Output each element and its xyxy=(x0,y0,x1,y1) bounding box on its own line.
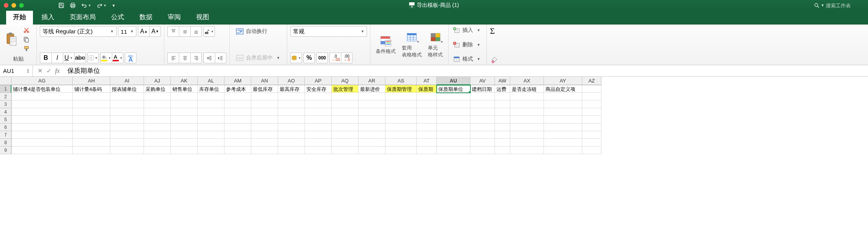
cell[interactable] xyxy=(171,100,198,108)
cell[interactable] xyxy=(305,108,332,116)
cell[interactable] xyxy=(198,100,224,108)
cell[interactable] xyxy=(385,100,417,108)
column-header[interactable]: AK xyxy=(171,77,198,85)
cell[interactable] xyxy=(417,116,437,123)
cell[interactable] xyxy=(437,108,470,116)
underline-button[interactable]: U▾ xyxy=(63,53,74,63)
cell[interactable] xyxy=(251,116,278,123)
cell[interactable] xyxy=(305,93,332,100)
cell[interactable] xyxy=(385,131,417,139)
cell[interactable] xyxy=(251,100,278,108)
tab-数据[interactable]: 数据 xyxy=(133,10,159,25)
cell[interactable] xyxy=(278,146,305,154)
cell[interactable]: 最新进价 xyxy=(359,85,385,93)
fx-icon[interactable]: fx xyxy=(55,67,60,74)
column-header[interactable]: AT xyxy=(417,77,437,85)
cell[interactable]: 销售单位 xyxy=(171,85,198,93)
cell[interactable] xyxy=(582,85,601,93)
column-header[interactable]: AX xyxy=(510,77,544,85)
print-icon[interactable] xyxy=(70,2,76,8)
decrease-font-button[interactable]: A▼ xyxy=(149,26,161,37)
orientation-button[interactable]: ab▾ xyxy=(203,26,215,37)
column-header[interactable]: AI xyxy=(110,77,144,85)
cell[interactable] xyxy=(11,131,73,139)
undo-icon[interactable]: ▼ xyxy=(81,3,91,8)
cell[interactable] xyxy=(11,108,73,116)
cell[interactable] xyxy=(171,123,198,131)
row-header[interactable]: 9 xyxy=(0,146,11,154)
cell[interactable]: 保质期管理 xyxy=(385,85,417,93)
cell[interactable] xyxy=(544,123,582,131)
cell[interactable]: 安全库存 xyxy=(305,85,332,93)
autosum-button[interactable]: Σ xyxy=(490,26,495,36)
row-header[interactable]: 7 xyxy=(0,131,11,139)
cell[interactable] xyxy=(385,116,417,123)
sheet-search[interactable]: ▼ xyxy=(814,3,864,8)
cell[interactable] xyxy=(73,116,110,123)
cell[interactable] xyxy=(224,123,251,131)
cell[interactable] xyxy=(417,139,437,146)
decrease-decimal-button[interactable]: .00→.0 xyxy=(341,53,352,63)
cell[interactable] xyxy=(224,131,251,139)
cell[interactable] xyxy=(385,108,417,116)
cell[interactable]: 保质期单位 xyxy=(437,85,470,93)
cell[interactable]: 库存单位 xyxy=(198,85,224,93)
cell[interactable]: 建档日期 xyxy=(470,85,495,93)
cell[interactable]: 采购单位 xyxy=(144,85,171,93)
cell[interactable] xyxy=(470,123,495,131)
cell[interactable] xyxy=(11,116,73,123)
format-painter-icon[interactable] xyxy=(21,44,31,53)
accounting-format-button[interactable]: ▾ xyxy=(290,53,302,63)
cell[interactable] xyxy=(332,108,359,116)
cell[interactable] xyxy=(470,108,495,116)
cell[interactable] xyxy=(495,123,510,131)
cell[interactable] xyxy=(224,146,251,154)
cell[interactable] xyxy=(73,93,110,100)
save-icon[interactable] xyxy=(58,2,64,8)
cell[interactable] xyxy=(495,100,510,108)
cell[interactable] xyxy=(510,116,544,123)
font-size-select[interactable]: 11▼ xyxy=(118,26,136,37)
cell[interactable] xyxy=(278,100,305,108)
cell[interactable] xyxy=(332,131,359,139)
cell[interactable] xyxy=(332,116,359,123)
italic-button[interactable]: I xyxy=(51,53,63,63)
cell[interactable] xyxy=(359,139,385,146)
cell[interactable] xyxy=(305,139,332,146)
cell[interactable] xyxy=(73,123,110,131)
column-header[interactable]: AU xyxy=(437,77,470,85)
align-right-button[interactable] xyxy=(190,53,202,63)
cell[interactable] xyxy=(171,146,198,154)
cell[interactable] xyxy=(417,123,437,131)
paste-button[interactable] xyxy=(3,30,19,49)
clear-button[interactable] xyxy=(490,56,498,63)
cell[interactable] xyxy=(359,123,385,131)
minimize-icon[interactable] xyxy=(11,3,16,8)
cell[interactable] xyxy=(11,93,73,100)
cell[interactable] xyxy=(582,123,601,131)
tab-公式[interactable]: 公式 xyxy=(104,10,131,25)
cell[interactable] xyxy=(495,139,510,146)
cell[interactable] xyxy=(437,100,470,108)
copy-icon[interactable] xyxy=(21,35,31,44)
cell[interactable] xyxy=(144,131,171,139)
grid[interactable]: 辅计量4是否包装单位辅计量4条码报表辅单位采购单位销售单位库存单位参考成本最低库… xyxy=(11,85,868,154)
column-header[interactable]: AN xyxy=(251,77,278,85)
cell[interactable] xyxy=(544,116,582,123)
column-header[interactable]: AY xyxy=(544,77,582,85)
decrease-indent-button[interactable] xyxy=(203,53,215,63)
cell[interactable]: 最低库存 xyxy=(251,85,278,93)
tab-页面布局[interactable]: 页面布局 xyxy=(63,10,103,25)
row-header[interactable]: 6 xyxy=(0,123,11,131)
cell[interactable] xyxy=(144,146,171,154)
borders-button[interactable]: ▾ xyxy=(87,53,99,63)
cell[interactable] xyxy=(224,100,251,108)
cell[interactable] xyxy=(470,116,495,123)
row-header[interactable]: 8 xyxy=(0,139,11,146)
cell[interactable] xyxy=(198,123,224,131)
cell[interactable] xyxy=(359,100,385,108)
cell[interactable] xyxy=(544,139,582,146)
column-header[interactable]: AG xyxy=(11,77,73,85)
cell[interactable] xyxy=(470,131,495,139)
cell[interactable] xyxy=(470,146,495,154)
